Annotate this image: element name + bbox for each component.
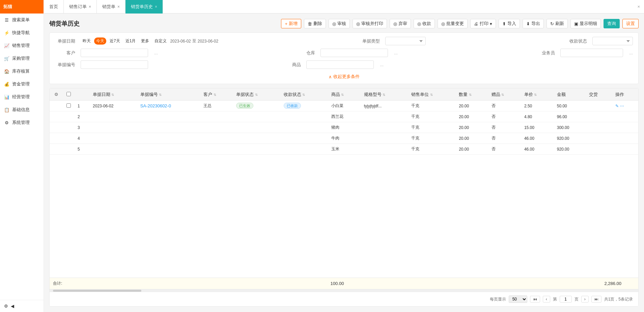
add-button[interactable]: + 新增 bbox=[281, 19, 301, 28]
first-page-btn[interactable]: ⏮ bbox=[530, 296, 540, 303]
window-close-btn[interactable]: × bbox=[633, 4, 644, 9]
date-tag-custom[interactable]: 自定义 bbox=[152, 37, 169, 45]
sidebar-item-finance[interactable]: 💰 资金管理 bbox=[0, 78, 44, 90]
sort-doc-status[interactable]: ⇅ bbox=[255, 93, 258, 97]
tab-sales-order[interactable]: 销售订单 × bbox=[64, 0, 97, 14]
tab-sales-order-close[interactable]: × bbox=[89, 4, 91, 9]
export-button[interactable]: ⬇ 导出 bbox=[523, 19, 544, 28]
next-page-btn[interactable]: › bbox=[581, 296, 589, 303]
sidebar-gear-btn[interactable]: ⚙ ◀ bbox=[0, 300, 44, 312]
tab-sales-goods[interactable]: 销货单 × bbox=[97, 0, 125, 14]
audit-print-button[interactable]: ◎ 审核并打印 bbox=[353, 19, 387, 28]
pagination: 每页显示 50 10 20 100 ⏮ ‹ 第 页 › ⏭ 共1页，5条记录 bbox=[50, 292, 638, 306]
query-button[interactable]: 查询 bbox=[604, 19, 620, 28]
page-input[interactable] bbox=[560, 296, 572, 303]
scrollbar[interactable] bbox=[50, 289, 638, 292]
row-checkbox-cell bbox=[63, 122, 74, 133]
audit-button[interactable]: ◎ 审核 bbox=[329, 19, 350, 28]
discard-button[interactable]: ◎ 弃审 bbox=[390, 19, 411, 28]
col-customer: 客户 ⇅ bbox=[200, 88, 233, 101]
doc-no-input[interactable] bbox=[81, 60, 148, 69]
page-header: 销货单历史 + 新增 🗑 删除 ◎ 审核 ◎ 审核并打印 bbox=[49, 19, 639, 28]
tab-sales-history[interactable]: 销货单历史 × bbox=[125, 0, 163, 14]
staff-dots[interactable]: ... bbox=[629, 50, 633, 55]
table-gear-btn[interactable]: ⚙ bbox=[53, 91, 60, 98]
export-icon: ⬇ bbox=[526, 21, 530, 26]
row-checkbox-cell bbox=[63, 133, 74, 144]
date-tag-7days[interactable]: 近7天 bbox=[108, 37, 122, 45]
date-tag-more[interactable]: 更多 bbox=[139, 37, 151, 45]
sidebar-item-quick-nav[interactable]: ⚡ 快捷导航 bbox=[0, 26, 44, 39]
refresh-icon: ↻ bbox=[550, 21, 554, 26]
show-detail-button[interactable]: ▣ 显示明细 bbox=[570, 19, 601, 28]
select-all-checkbox[interactable] bbox=[66, 92, 71, 96]
row-doc-no: SA-20230602-0 bbox=[137, 101, 200, 111]
delete-button[interactable]: 🗑 删除 bbox=[304, 19, 326, 28]
tab-home[interactable]: 首页 bbox=[44, 0, 64, 14]
sort-doc-no[interactable]: ⇅ bbox=[159, 93, 162, 97]
refresh-button[interactable]: ↻ 刷新 bbox=[547, 19, 568, 28]
sidebar-item-sales[interactable]: 📈 销售管理 bbox=[0, 39, 44, 52]
sidebar-item-search-menu[interactable]: ☰ 搜索菜单 bbox=[0, 14, 44, 26]
sidebar-item-operations[interactable]: 📊 经营管理 bbox=[0, 90, 44, 103]
import-button[interactable]: ⬆ 导入 bbox=[499, 19, 520, 28]
add-icon: + bbox=[285, 21, 287, 26]
payment-status-select[interactable] bbox=[592, 37, 633, 45]
col-trade: 交货 bbox=[586, 88, 612, 101]
sort-goods[interactable]: ⇅ bbox=[341, 93, 344, 97]
sort-unit-price[interactable]: ⇅ bbox=[534, 93, 537, 97]
staff-input[interactable] bbox=[560, 49, 623, 57]
sort-doc-date[interactable]: ⇅ bbox=[111, 93, 114, 97]
row-unit: 千克 bbox=[408, 133, 455, 144]
collapse-icon: ◀ bbox=[11, 304, 14, 309]
row-gift: 否 bbox=[488, 101, 521, 111]
more-action[interactable]: ⋯ bbox=[620, 104, 624, 108]
row-customer bbox=[200, 144, 233, 155]
batch-change-button[interactable]: ◎ 批量变更 bbox=[438, 19, 468, 28]
row-unit-price: 15.00 bbox=[521, 122, 554, 133]
sort-payment-status[interactable]: ⇅ bbox=[302, 93, 305, 97]
last-page-btn[interactable]: ⏭ bbox=[591, 296, 601, 303]
print-button[interactable]: 🖨 打印 ▾ bbox=[470, 19, 496, 28]
date-tag-today[interactable]: 今天 bbox=[94, 37, 106, 45]
edit-action[interactable]: ✎ bbox=[615, 104, 619, 108]
col-payment-status: 收款状态 ⇅ bbox=[280, 88, 328, 101]
sort-gift[interactable]: ⇅ bbox=[501, 93, 504, 97]
doc-type-select[interactable] bbox=[385, 37, 426, 45]
row-checkbox[interactable] bbox=[66, 103, 71, 108]
per-page-select[interactable]: 50 10 20 100 bbox=[509, 295, 527, 303]
customer-input[interactable] bbox=[81, 49, 148, 57]
warehouse-dots[interactable]: ... bbox=[394, 50, 398, 55]
collect-button[interactable]: ◎ 收款 bbox=[414, 19, 435, 28]
sidebar-item-system[interactable]: ⚙ 系统管理 bbox=[0, 116, 44, 129]
date-tag-1month[interactable]: 近1月 bbox=[123, 37, 138, 45]
row-goods: 猪肉 bbox=[328, 122, 361, 133]
sort-unit[interactable]: ⇅ bbox=[430, 93, 433, 97]
collapse-btn[interactable]: ∧ 收起更多条件 bbox=[55, 72, 633, 80]
settings-button[interactable]: 设置 bbox=[622, 19, 639, 28]
row-action bbox=[612, 133, 638, 144]
row-qty: 20.00 bbox=[455, 144, 488, 155]
date-tag-yesterday[interactable]: 昨天 bbox=[81, 37, 93, 45]
prev-page-btn[interactable]: ‹ bbox=[543, 296, 550, 303]
table-row: 3 猪肉 千克 20.00 否 15.00 300.00 bbox=[50, 122, 638, 133]
row-no-cell: 3 bbox=[74, 122, 89, 133]
date-separator: 至 bbox=[192, 38, 196, 44]
sort-qty[interactable]: ⇅ bbox=[469, 93, 472, 97]
sort-customer[interactable]: ⇅ bbox=[214, 93, 216, 97]
goods-input[interactable] bbox=[306, 60, 374, 69]
warehouse-input[interactable] bbox=[320, 49, 388, 57]
sidebar-item-basic-info[interactable]: 📋 基础信息 bbox=[0, 103, 44, 116]
sidebar-item-label: 库存核算 bbox=[12, 68, 30, 74]
goods-dots[interactable]: ... bbox=[380, 62, 384, 67]
tab-sales-goods-close[interactable]: × bbox=[117, 4, 120, 9]
collapse-label: 收起更多条件 bbox=[333, 74, 360, 80]
sidebar-item-inventory[interactable]: 🏠 库存核算 bbox=[0, 65, 44, 78]
customer-dots[interactable]: ... bbox=[154, 50, 158, 55]
basic-info-icon: 📋 bbox=[4, 107, 9, 112]
row-trade bbox=[586, 144, 612, 155]
sort-spec[interactable]: ⇅ bbox=[383, 93, 385, 97]
row-unit-price: 46.00 bbox=[521, 144, 554, 155]
tab-sales-history-close[interactable]: × bbox=[155, 4, 157, 9]
sidebar-item-purchase[interactable]: 🛒 采购管理 bbox=[0, 52, 44, 65]
